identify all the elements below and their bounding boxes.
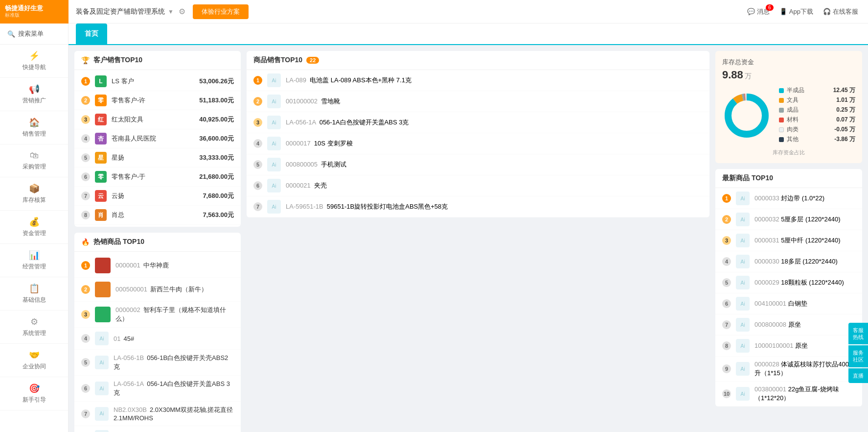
customer-rank-item: 5 星 星扬 33,333.00元 bbox=[74, 148, 241, 168]
rank-number: 7 bbox=[722, 320, 731, 329]
product-info: 000500001新西兰牛肉（新牛） bbox=[115, 285, 234, 294]
search-icon: 🔍 bbox=[7, 30, 15, 38]
trial-button[interactable]: 体验行业方案 bbox=[193, 4, 249, 19]
new-products-header: 最新商品 TOP10 bbox=[715, 169, 862, 188]
hot-product-item: 2 000500001新西兰牛肉（新牛） bbox=[74, 278, 241, 302]
product-info: 001000002 雪地靴 bbox=[286, 97, 703, 106]
app-download-button[interactable]: 📱 App下载 bbox=[779, 7, 813, 16]
product-info: LA-056-1A056-1A白色按键开关盖ABS 3克 bbox=[114, 380, 234, 397]
legend-list: 半成品 12.45 万 文具 1.01 万 成品 0 bbox=[779, 86, 855, 145]
new-products-panel: 最新商品 TOP10 1 Ai 0000033 封边带 (1.0*22) 2 A… bbox=[715, 169, 862, 407]
product-info: 0000029 18颗粒板 (1220*2440) bbox=[754, 278, 844, 287]
rank-number: 2 bbox=[253, 97, 262, 106]
cs-hotline-button[interactable]: 客服热线 bbox=[848, 323, 868, 345]
online-service-button[interactable]: 🎧 在线客服 bbox=[823, 7, 858, 16]
customer-rank-item: 4 杏 苍南县人民医院 36,600.00元 bbox=[74, 129, 241, 148]
new-product-item: 4 Ai 0000030 18多层 (1220*2440) bbox=[715, 251, 862, 272]
sidebar-item-label: 快捷导航 bbox=[23, 63, 46, 72]
product-info: 0000028 体诚荔枝味苏打饮品400毫升（1*15） bbox=[754, 360, 855, 378]
product-thumbnail: Ai bbox=[267, 95, 281, 108]
legend-dot bbox=[779, 137, 784, 142]
sidebar-item-base-info[interactable]: 📋 基础信息 bbox=[0, 277, 68, 311]
tab-home[interactable]: 首页 bbox=[76, 24, 107, 44]
message-badge: 6 bbox=[766, 4, 774, 11]
inventory-donut-chart bbox=[722, 91, 771, 140]
sidebar-item-finance[interactable]: 💰 资金管理 bbox=[0, 211, 68, 244]
product-info: 0000002智利车子里（规格不知道填什么） bbox=[115, 306, 234, 323]
sidebar-item-guide[interactable]: 🎯 新手引导 bbox=[0, 377, 68, 410]
quick-nav-icon: ⚡ bbox=[29, 50, 40, 61]
system-selector[interactable]: 装备及固定资产辅助管理系统 ▼ bbox=[76, 7, 174, 16]
product-thumbnail: Ai bbox=[95, 407, 109, 421]
new-product-item: 10 Ai 003800001 22g鱼豆腐-烧烤味（1*12*20） bbox=[715, 382, 862, 407]
legend-value: 0.25 万 bbox=[836, 106, 855, 114]
rank-number: 3 bbox=[81, 115, 90, 124]
new-product-item: 8 Ai 10000100001 原坐 bbox=[715, 336, 862, 357]
customer-rank-item: 2 零 零售客户-许 51,183.00元 bbox=[74, 91, 241, 110]
product-info: LA-056-1B056-1B白色按键开关壳ABS2克 bbox=[114, 354, 234, 371]
new-product-item: 2 Ai 0000032 5厘多层 (1220*2440) bbox=[715, 209, 862, 230]
customer-name: 零售客户-于 bbox=[112, 172, 194, 181]
search-menu-button[interactable]: 🔍 搜索菜单 bbox=[0, 24, 68, 45]
rank-number: 7 bbox=[81, 409, 90, 418]
flame-icon: 🔥 bbox=[81, 238, 90, 246]
sidebar-item-label: 系统管理 bbox=[23, 329, 46, 337]
rank-number: 8 bbox=[722, 341, 731, 350]
product-thumbnail: Ai bbox=[267, 73, 281, 87]
rank-number: 4 bbox=[81, 134, 90, 143]
product-thumbnail: Ai bbox=[736, 297, 750, 311]
legend-label: 半成品 bbox=[787, 86, 804, 95]
rank-number: 6 bbox=[722, 299, 731, 308]
product-info: LA-59651-1B 59651-1B旋转投影灯电池盒ABS黑色+58克 bbox=[286, 202, 703, 211]
customer-name: 零售客户-许 bbox=[112, 96, 194, 105]
sidebar-item-sales[interactable]: 🏠 销售管理 bbox=[0, 111, 68, 144]
sidebar-item-marketing[interactable]: 📢 营销推广 bbox=[0, 78, 68, 111]
hot-product-item: 4 Ai 0145# bbox=[74, 328, 241, 350]
sidebar-item-purchase[interactable]: 🛍 采购管理 bbox=[0, 144, 68, 177]
product-info: LA-056-1A 056-1A白色按键开关盖ABS 3克 bbox=[286, 118, 703, 127]
sidebar-item-system[interactable]: ⚙ 系统管理 bbox=[0, 311, 68, 344]
sidebar: 🔍 搜索菜单 ⚡ 快捷导航 📢 营销推广 🏠 销售管理 🛍 采购管理 📦 库存核… bbox=[0, 24, 69, 432]
legend-value: 0.07 万 bbox=[836, 116, 855, 124]
count-badge: 22 bbox=[306, 57, 319, 64]
sidebar-item-inventory[interactable]: 📦 库存核算 bbox=[0, 177, 68, 211]
product-info: 0145# bbox=[114, 335, 234, 342]
nav-tabs: 首页 bbox=[69, 24, 868, 45]
rank-number: 7 bbox=[81, 192, 90, 200]
cs-community-button[interactable]: 服务社区 bbox=[848, 345, 868, 367]
product-thumbnail: Ai bbox=[95, 356, 109, 369]
hot-product-item: 6 Ai LA-056-1A056-1A白色按键开关盖ABS 3克 bbox=[74, 376, 241, 402]
legend-dot bbox=[779, 118, 784, 122]
product-thumbnail: Ai bbox=[267, 137, 281, 150]
hot-product-item: 1 0000001中华神鹿 bbox=[74, 254, 241, 278]
logo-sub: 标准版 bbox=[5, 12, 43, 19]
base-info-icon: 📋 bbox=[29, 283, 40, 294]
customer-rank-item: 3 红 红太阳文具 40,925.00元 bbox=[74, 110, 241, 129]
product-thumbnail bbox=[95, 282, 111, 297]
gear-icon[interactable]: ⚙ bbox=[179, 7, 185, 16]
product-thumbnail: Ai bbox=[267, 116, 281, 129]
product-info: 10000100001 原坐 bbox=[754, 341, 808, 350]
message-button[interactable]: 💬 消息 6 bbox=[747, 7, 770, 16]
customer-avatar: 星 bbox=[95, 152, 107, 164]
sidebar-item-operations[interactable]: 📊 经营管理 bbox=[0, 244, 68, 277]
sidebar-item-quick-nav[interactable]: ⚡ 快捷导航 bbox=[0, 45, 68, 78]
sidebar-item-collab[interactable]: 🤝 企业协同 bbox=[0, 344, 68, 377]
customer-value: 7,563.00元 bbox=[203, 211, 234, 219]
legend-label: 肉类 bbox=[787, 125, 799, 134]
new-product-item: 9 Ai 0000028 体诚荔枝味苏打饮品400毫升（1*15） bbox=[715, 357, 862, 382]
inventory-unit: 万 bbox=[745, 72, 752, 80]
svg-point-1 bbox=[728, 97, 765, 134]
hot-products-title: 热销商品 TOP10 bbox=[93, 238, 144, 246]
product-info: 0000031 5厘中纤 (1220*2440) bbox=[754, 236, 841, 245]
product-info: 000800008 原坐 bbox=[754, 320, 801, 329]
chevron-down-icon: ▼ bbox=[168, 8, 174, 15]
customer-sales-header: 🏆 客户销售TOP10 bbox=[74, 51, 241, 70]
product-thumbnail: Ai bbox=[736, 234, 750, 247]
product-thumbnail: Ai bbox=[736, 213, 750, 226]
product-item: 3 Ai LA-056-1A 056-1A白色按键开关盖ABS 3克 bbox=[247, 112, 709, 133]
cs-live-button[interactable]: 直播 bbox=[848, 368, 868, 383]
customer-value: 51,183.00元 bbox=[199, 96, 234, 105]
hot-product-item: 5 Ai LA-056-1B056-1B白色按键开关壳ABS2克 bbox=[74, 350, 241, 376]
sidebar-item-label: 营销推广 bbox=[23, 96, 46, 105]
